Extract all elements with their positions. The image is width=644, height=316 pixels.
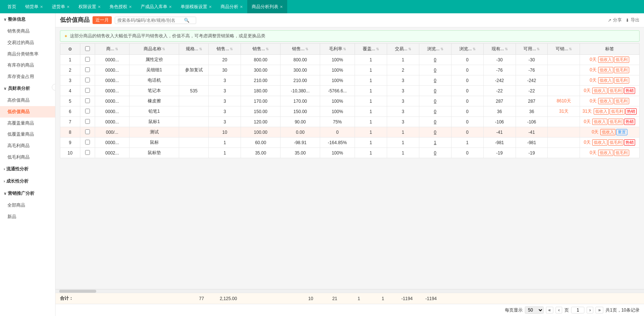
sidebar-item-sales-products[interactable]: 销售类商品 — [0, 26, 55, 37]
col-browse1[interactable]: 浏览...⇅ — [419, 44, 451, 55]
sidebar-item-high-coverage[interactable]: 高覆盖量商品 — [0, 118, 55, 129]
first-page-button[interactable]: « — [546, 307, 554, 313]
scrollbar-thumb[interactable] — [59, 290, 96, 293]
browse-link[interactable]: 0 — [434, 99, 436, 104]
cell-checkbox[interactable] — [80, 96, 95, 106]
cell-browse1[interactable]: 0 — [419, 65, 451, 75]
row-checkbox[interactable] — [85, 78, 90, 82]
col-trade[interactable]: 交易...⇅ — [387, 44, 419, 55]
cell-checkbox[interactable] — [80, 117, 95, 127]
close-icon[interactable]: ✕ — [240, 5, 243, 9]
row-checkbox[interactable] — [85, 119, 90, 124]
sidebar-group-marketing[interactable]: ∨ 营销推广分析 — [0, 187, 55, 200]
page-number-input[interactable] — [571, 307, 584, 313]
nav-role-auth[interactable]: 角色授权 ✕ — [105, 0, 136, 13]
close-icon[interactable]: ✕ — [280, 5, 283, 9]
row-checkbox[interactable] — [85, 57, 90, 62]
cell-browse1[interactable]: 0 — [419, 75, 451, 86]
cell-checkbox[interactable] — [80, 86, 95, 96]
browse-link[interactable]: 0 — [434, 119, 436, 125]
table-scrollbar[interactable] — [56, 289, 644, 293]
cell-checkbox[interactable] — [80, 75, 95, 86]
sidebar-item-high-margin[interactable]: 高毛利商品 — [0, 140, 55, 152]
row-checkbox[interactable] — [85, 67, 90, 72]
sidebar-group-overall[interactable]: ∨ 整体信息 — [0, 13, 55, 26]
close-icon[interactable]: ✕ — [169, 5, 172, 9]
sidebar-item-high-value[interactable]: 高价值商品 — [0, 95, 55, 106]
sidebar-item-all-products[interactable]: 全部商品 — [0, 200, 55, 211]
sidebar-group-finance[interactable]: ∨ 员财表分析 — [0, 82, 55, 95]
browse-link[interactable]: 1 — [434, 140, 436, 145]
browse-link[interactable]: 0 — [434, 88, 436, 94]
filter-period-button[interactable]: 近一月 — [93, 16, 112, 24]
nav-home[interactable]: 首页 — [3, 0, 21, 13]
col-settings[interactable]: ⚙ — [60, 44, 80, 55]
col-coverage[interactable]: 覆盖...⇅ — [355, 44, 387, 55]
select-all-checkbox[interactable] — [85, 46, 90, 51]
cell-browse1[interactable]: 0 — [419, 96, 451, 106]
browse-link[interactable]: 0 — [434, 57, 436, 62]
per-page-select[interactable]: 50 100 200 — [525, 306, 544, 314]
col-sales-amount[interactable]: 销售...⇅ — [241, 44, 281, 55]
sidebar-item-low-coverage[interactable]: 低覆盖量商品 — [0, 129, 55, 140]
browse-link[interactable]: 0 — [434, 150, 436, 156]
sidebar-item-stock-capital[interactable]: 库存资金占用 — [0, 71, 55, 82]
sidebar-item-low-value[interactable]: 低价值商品 — [0, 106, 55, 118]
sidebar-item-category-sales-rate[interactable]: 商品分类销售率 — [0, 48, 55, 60]
next-page-button[interactable]: › — [587, 307, 593, 313]
browse-link[interactable]: 0 — [434, 109, 436, 114]
cell-browse1[interactable]: 1 — [419, 137, 451, 148]
cell-browse1[interactable]: 0 — [419, 106, 451, 117]
cell-checkbox[interactable] — [80, 137, 95, 148]
cell-browse1[interactable]: 0 — [419, 127, 451, 137]
col-spec[interactable]: 规格...⇅ — [179, 44, 209, 55]
search-icon[interactable]: 🔍 — [184, 18, 189, 23]
sidebar-group-growth[interactable]: › 成长性分析 — [0, 175, 55, 187]
col-code[interactable]: 商...⇅ — [95, 44, 130, 55]
share-button[interactable]: ↗ 分享 — [608, 17, 622, 23]
close-icon[interactable]: ✕ — [40, 5, 43, 9]
cell-checkbox[interactable] — [80, 65, 95, 75]
row-checkbox[interactable] — [85, 88, 90, 93]
close-icon[interactable]: ✕ — [209, 5, 212, 9]
col-name[interactable]: 商品名称⇅ — [130, 44, 179, 55]
col-sales-qty[interactable]: 销售...⇅ — [209, 44, 241, 55]
nav-product-analysis-list[interactable]: 商品分析列表 ✕ — [247, 0, 287, 13]
cell-checkbox[interactable] — [80, 106, 95, 117]
col-checkbox[interactable] — [80, 44, 95, 55]
cell-checkbox[interactable] — [80, 148, 95, 158]
sidebar-item-new-products[interactable]: 新品 — [0, 211, 55, 222]
export-button[interactable]: ⬇ 导出 — [625, 17, 640, 23]
sidebar-item-traded-products[interactable]: 交易过的商品 — [0, 37, 55, 48]
cell-browse1[interactable]: 0 — [419, 86, 451, 96]
nav-product-inbound[interactable]: 产成品入库单 ✕ — [136, 0, 176, 13]
close-icon[interactable]: ✕ — [67, 5, 70, 9]
row-checkbox[interactable] — [85, 150, 90, 155]
cell-browse1[interactable]: 0 — [419, 117, 451, 127]
nav-purchase-order[interactable]: 进货单 ✕ — [47, 0, 74, 13]
nav-sales-order[interactable]: 销货单 ✕ — [21, 0, 47, 13]
cell-browse1[interactable]: 0 — [419, 148, 451, 158]
browse-link[interactable]: 0 — [434, 68, 436, 73]
nav-product-analysis[interactable]: 商品分析 ✕ — [216, 0, 247, 13]
col-avail[interactable]: 可用...⇅ — [516, 44, 548, 55]
close-icon[interactable]: ✕ — [129, 5, 132, 9]
search-input[interactable] — [117, 18, 184, 23]
row-checkbox[interactable] — [85, 140, 90, 145]
row-checkbox[interactable] — [85, 98, 90, 103]
row-checkbox[interactable] — [85, 129, 90, 134]
row-checkbox[interactable] — [85, 109, 90, 113]
nav-template-setting[interactable]: 单据模板设置 ✕ — [176, 0, 216, 13]
browse-link[interactable]: 0 — [434, 130, 436, 135]
col-browse2[interactable]: 浏览...⇅ — [451, 44, 483, 55]
col-stock[interactable]: 现有...⇅ — [483, 44, 516, 55]
sidebar-group-liquidity[interactable]: › 流通性分析 — [0, 163, 55, 175]
browse-link[interactable]: 0 — [434, 78, 436, 83]
sidebar-item-low-margin[interactable]: 低毛利商品 — [0, 152, 55, 163]
col-salable[interactable]: 可销...⇅ — [548, 44, 580, 55]
col-tags[interactable]: 标签 — [580, 44, 640, 55]
prev-page-button[interactable]: ‹ — [556, 307, 562, 313]
nav-permission-setting[interactable]: 权限设置 ✕ — [74, 0, 105, 13]
cell-checkbox[interactable] — [80, 127, 95, 137]
cell-browse1[interactable]: 0 — [419, 55, 451, 65]
